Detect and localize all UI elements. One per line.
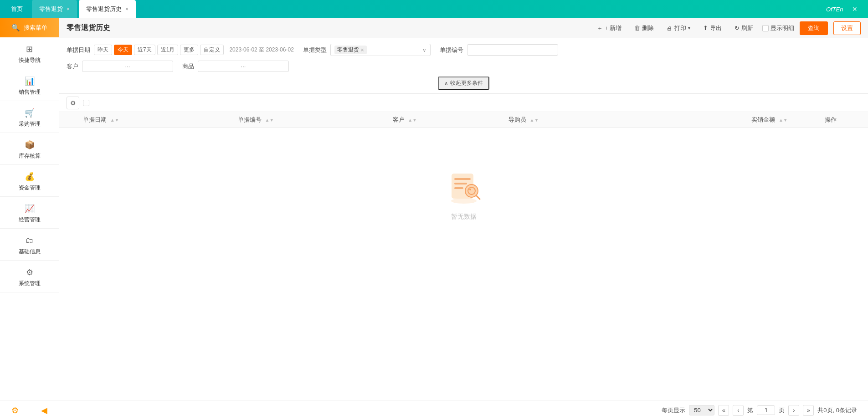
- sidebar-item-system-mgmt-label: 系统管理: [19, 280, 41, 287]
- th-customer-label: 客户: [393, 116, 405, 123]
- th-guide-label: 导购员: [508, 116, 526, 123]
- th-date[interactable]: 单据日期 ▲▼: [77, 112, 232, 128]
- table-settings-icon[interactable]: ⚙: [67, 97, 79, 109]
- filter-goods-item: 商品 ···: [182, 61, 289, 72]
- page-number-input[interactable]: [757, 405, 775, 415]
- export-icon: ⬆: [703, 25, 708, 31]
- doctype-tag: 零售退货 ×: [334, 46, 367, 54]
- next-page-button[interactable]: ›: [788, 405, 799, 416]
- filter-row-2: 客户 ··· 商品 ···: [67, 61, 861, 72]
- table-select-all-checkbox[interactable]: [83, 100, 89, 106]
- date-btn-1month[interactable]: 近1月: [157, 45, 179, 55]
- sidebar-item-sales-mgmt-label: 销售管理: [19, 88, 41, 96]
- tab-retail-return[interactable]: 零售退货 ×: [32, 0, 77, 18]
- svg-point-8: [469, 189, 471, 190]
- sidebar-item-inventory[interactable]: 📦 库存核算: [0, 133, 59, 165]
- th-ops: 操作: [793, 112, 868, 128]
- sidebar-item-system-mgmt[interactable]: ⚙ 系统管理: [0, 261, 59, 292]
- add-button[interactable]: ＋ + 新增: [593, 22, 625, 34]
- th-no-label: 单据编号: [238, 116, 262, 123]
- doctype-tag-remove[interactable]: ×: [361, 47, 364, 53]
- date-btn-today[interactable]: 今天: [114, 45, 132, 55]
- filter-goods-label: 商品: [182, 62, 194, 71]
- top-bar: 首页 零售退货 × 零售退货历史 × OfTEn ×: [0, 0, 868, 18]
- show-detail-checkbox[interactable]: [762, 25, 769, 31]
- sidebar-item-quick-nav[interactable]: ⊞ 快捷导航: [0, 37, 59, 69]
- tab-retail-return-history[interactable]: 零售退货历史 ×: [79, 0, 136, 18]
- th-guide[interactable]: 导购员 ▲▼: [503, 112, 638, 128]
- export-button[interactable]: ⬆ 导出: [699, 22, 725, 34]
- th-ops-label: 操作: [825, 116, 837, 123]
- sidebar-item-sales-mgmt[interactable]: 📊 销售管理: [0, 69, 59, 101]
- filter-docno-label: 单据编号: [440, 46, 463, 54]
- th-amount[interactable]: 实销金额 ▲▼: [638, 112, 793, 128]
- system-mgmt-icon: ⚙: [24, 267, 35, 278]
- filter-doctype-select[interactable]: 零售退货 × ∨: [330, 44, 431, 56]
- first-page-button[interactable]: «: [718, 405, 729, 416]
- purchase-mgmt-icon: 🛒: [24, 108, 35, 118]
- sidebar-search[interactable]: 🔍 搜索菜单: [0, 18, 59, 37]
- svg-point-0: [451, 198, 477, 204]
- filter-customer-item: 客户 ···: [67, 61, 173, 72]
- date-btn-custom[interactable]: 自定义: [200, 45, 224, 55]
- empty-state: 暂无数据: [59, 128, 868, 257]
- sidebar-item-basic-info[interactable]: 🗂 基础信息: [0, 229, 59, 261]
- layout: 🔍 搜索菜单 ⊞ 快捷导航 📊 销售管理 🛒 采购管理 📦 库存核算 💰: [0, 18, 868, 420]
- setting-button[interactable]: 设置: [833, 21, 861, 35]
- per-page-select[interactable]: 10 20 50 100: [689, 405, 714, 415]
- delete-button[interactable]: 🗑 删除: [631, 22, 657, 34]
- sidebar-item-capital-mgmt-label: 资金管理: [19, 184, 41, 192]
- collapse-row: ∧ 收起更多条件: [67, 77, 861, 90]
- sidebar-settings-button[interactable]: ⚙: [11, 405, 19, 415]
- date-range-buttons: 昨天 今天 近7天 近1月 更多 自定义: [94, 45, 224, 55]
- sidebar-item-business-mgmt[interactable]: 📈 经营管理: [0, 197, 59, 229]
- add-icon: ＋: [597, 24, 603, 32]
- date-btn-yesterday[interactable]: 昨天: [94, 45, 112, 55]
- sidebar-collapse-button[interactable]: ◀: [41, 405, 47, 415]
- table-toolbar: ⚙: [59, 94, 868, 112]
- sidebar-search-label: 搜索菜单: [24, 24, 47, 32]
- sidebar-item-basic-info-label: 基础信息: [19, 248, 41, 256]
- th-customer[interactable]: 客户 ▲▼: [387, 112, 503, 128]
- doctype-chevron-icon: ∨: [422, 47, 426, 53]
- sidebar-item-capital-mgmt[interactable]: 💰 资金管理: [0, 165, 59, 197]
- filter-docno-input[interactable]: [467, 44, 558, 56]
- date-btn-7days[interactable]: 近7天: [134, 45, 155, 55]
- tab-retail-return-history-close[interactable]: ×: [125, 6, 128, 12]
- filter-customer-label: 客户: [67, 62, 78, 71]
- filter-customer-input[interactable]: ···: [82, 61, 173, 72]
- filter-row-1: 单据日期 昨天 今天 近7天 近1月 更多 自定义 2023-06-02 至 2…: [67, 44, 861, 56]
- th-no[interactable]: 单据编号 ▲▼: [232, 112, 387, 128]
- th-amount-label: 实销金额: [751, 116, 775, 123]
- sales-mgmt-icon: 📊: [24, 76, 35, 87]
- sidebar: 🔍 搜索菜单 ⊞ 快捷导航 📊 销售管理 🛒 采购管理 📦 库存核算 💰: [0, 18, 59, 420]
- tab-home[interactable]: 首页: [4, 0, 30, 18]
- filter-date-item: 单据日期 昨天 今天 近7天 近1月 更多 自定义 2023-06-02 至 2…: [67, 45, 294, 55]
- prev-page-button[interactable]: ‹: [733, 405, 744, 416]
- tab-home-label: 首页: [11, 5, 23, 13]
- date-btn-more[interactable]: 更多: [180, 45, 198, 55]
- page-suffix-label: 页: [779, 406, 785, 415]
- collapse-filter-button[interactable]: ∧ 收起更多条件: [438, 77, 489, 90]
- basic-info-icon: 🗂: [24, 235, 35, 246]
- sidebar-item-purchase-mgmt[interactable]: 🛒 采购管理: [0, 101, 59, 133]
- tab-retail-return-label: 零售退货: [39, 5, 63, 13]
- page-prefix-label: 第: [747, 406, 753, 415]
- tab-retail-return-close[interactable]: ×: [67, 6, 70, 12]
- pagination: 每页显示 10 20 50 100 « ‹ 第 页 › » 共0页, 0条记录: [59, 400, 868, 420]
- th-date-label: 单据日期: [83, 116, 107, 123]
- header-actions: ＋ + 新增 🗑 删除 🖨 打印 ▾ ⬆ 导出 ↻: [593, 21, 861, 35]
- sidebar-bottom: ⚙ ◀: [0, 400, 59, 420]
- tab-list: 首页 零售退货 × 零售退货历史 ×: [4, 0, 826, 18]
- print-button[interactable]: 🖨 打印 ▾: [663, 22, 694, 34]
- query-button[interactable]: 查询: [800, 21, 828, 35]
- sidebar-item-business-mgmt-label: 经营管理: [19, 216, 41, 224]
- quick-nav-icon: ⊞: [24, 44, 35, 55]
- print-icon: 🖨: [667, 25, 673, 31]
- empty-icon: [443, 164, 484, 205]
- last-page-button[interactable]: »: [803, 405, 814, 416]
- filter-docno-item: 单据编号: [440, 44, 558, 56]
- refresh-button[interactable]: ↻ 刷新: [731, 22, 757, 34]
- window-close-button[interactable]: ×: [848, 3, 861, 16]
- filter-goods-input[interactable]: ···: [198, 61, 289, 72]
